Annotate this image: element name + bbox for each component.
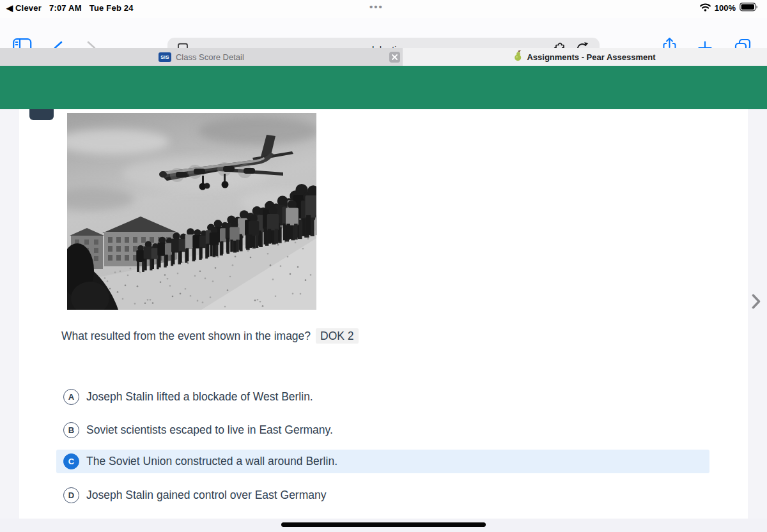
option-text: Joseph Stalin lifted a blockade of West …: [86, 390, 313, 404]
safari-toolbar: app.edulastic.com: [0, 18, 767, 48]
battery-icon: [740, 3, 758, 13]
dok-tag: DOK 2: [316, 328, 359, 344]
battery-percent: 100%: [715, 3, 736, 13]
tab-class-score-detail[interactable]: SIS Class Score Detail: [0, 48, 403, 66]
answer-option-a[interactable]: A Joseph Stalin lifted a blockade of Wes…: [56, 385, 709, 409]
pear-favicon-icon: [514, 50, 522, 63]
answer-option-b[interactable]: B Soviet scientists escaped to live in E…: [56, 418, 709, 442]
question-number-chip: [29, 109, 54, 120]
option-letter: D: [63, 487, 79, 503]
multitasking-dots-icon[interactable]: •••: [369, 1, 384, 12]
home-indicator[interactable]: [281, 522, 486, 527]
status-time: 7:07 AM: [49, 3, 82, 13]
berlin-airlift-photo: [67, 113, 316, 310]
right-gutter: [748, 109, 767, 519]
status-left: ◀ Clever7:07 AMTue Feb 24: [6, 3, 141, 13]
status-bar: ◀ Clever7:07 AMTue Feb 24 ••• 100%: [0, 0, 767, 18]
assessment-toolbar: Question 1/14 NEXT BOOKMARK a JACKSON EB…: [0, 66, 767, 109]
tab-assignments-pear-assessment[interactable]: Assignments - Pear Assessment: [403, 48, 767, 66]
tab-title: Assignments - Pear Assessment: [527, 52, 655, 62]
option-text: Joseph Stalin gained control over East G…: [86, 489, 326, 502]
option-letter: B: [63, 422, 79, 438]
answer-option-d[interactable]: D Joseph Stalin gained control over East…: [56, 483, 709, 507]
scroll-right-chevron-icon[interactable]: [752, 294, 761, 312]
option-text: The Soviet Union constructed a wall arou…: [86, 455, 337, 468]
question-prompt: What resulted from the event shown in th…: [61, 330, 359, 343]
status-date: Tue Feb 24: [89, 3, 134, 13]
option-letter: C: [63, 453, 79, 469]
option-text: Soviet scientists escaped to live in Eas…: [86, 423, 333, 437]
tab-bar: SIS Class Score Detail Assignments - Pea…: [0, 48, 767, 66]
tab-close-icon[interactable]: [389, 52, 400, 63]
back-to-app-indicator[interactable]: ◀ Clever: [6, 3, 42, 13]
tab-title: Class Score Detail: [176, 52, 244, 62]
answer-option-c[interactable]: C The Soviet Union constructed a wall ar…: [56, 450, 709, 473]
question-prompt-text: What resulted from the event shown in th…: [61, 330, 311, 342]
option-letter: A: [63, 389, 79, 405]
status-right: 100%: [700, 3, 758, 13]
left-gutter: [0, 109, 19, 519]
wifi-icon: [700, 3, 711, 13]
sis-badge: SIS: [159, 52, 171, 62]
